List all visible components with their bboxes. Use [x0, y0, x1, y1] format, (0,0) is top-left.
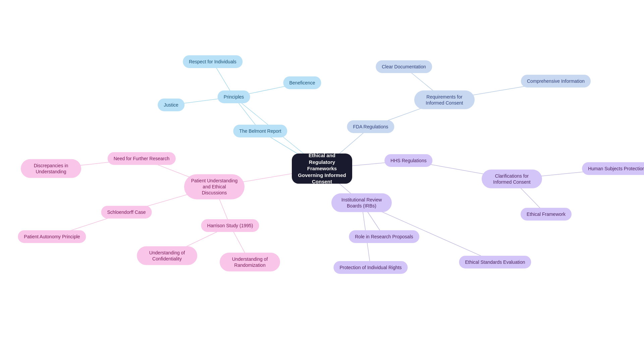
node-irbs[interactable]: Institutional Review Boards (IRBs) [331, 193, 392, 212]
node-clear_doc[interactable]: Clear Documentation [376, 60, 432, 73]
node-schloendorff[interactable]: Schloendorff Case [101, 206, 152, 219]
node-principles[interactable]: Principles [218, 90, 250, 103]
node-discrepancies[interactable]: Discrepancies in Understanding [21, 159, 81, 178]
node-fda[interactable]: FDA Regulations [347, 120, 394, 133]
node-ethical_framework[interactable]: Ethical Framework [521, 208, 572, 221]
node-beneficence[interactable]: Beneficence [283, 76, 321, 89]
node-patient_autonomy[interactable]: Patient Autonomy Principle [18, 230, 86, 243]
node-belmont[interactable]: The Belmont Report [233, 125, 287, 137]
mind-map: Ethical and Regulatory Frameworks Govern… [0, 0, 644, 363]
node-respect[interactable]: Respect for Individuals [183, 55, 243, 68]
node-ethical_standards[interactable]: Ethical Standards Evaluation [459, 256, 531, 268]
node-harrison[interactable]: Harrison Study (1995) [201, 219, 259, 232]
node-clarifications[interactable]: Clarifications for Informed Consent [482, 170, 542, 188]
node-req_informed[interactable]: Requirements for Informed Consent [414, 90, 475, 109]
center-node[interactable]: Ethical and Regulatory Frameworks Govern… [292, 154, 352, 184]
node-patient_understanding[interactable]: Patient Understanding and Ethical Discus… [184, 174, 245, 199]
node-comprehensive[interactable]: Comprehensive Information [521, 75, 591, 87]
node-confidentiality[interactable]: Understanding of Confidentiality [137, 246, 197, 265]
node-hhs[interactable]: HHS Regulations [384, 154, 432, 167]
node-human_subjects[interactable]: Human Subjects Protection [582, 162, 644, 175]
node-justice[interactable]: Justice [158, 99, 184, 111]
node-protection_rights[interactable]: Protection of Individual Rights [333, 261, 408, 274]
node-role_research[interactable]: Role in Research Proposals [349, 230, 419, 243]
node-randomization[interactable]: Understanding of Randomization [220, 253, 280, 271]
node-need_research[interactable]: Need for Further Research [108, 152, 176, 165]
